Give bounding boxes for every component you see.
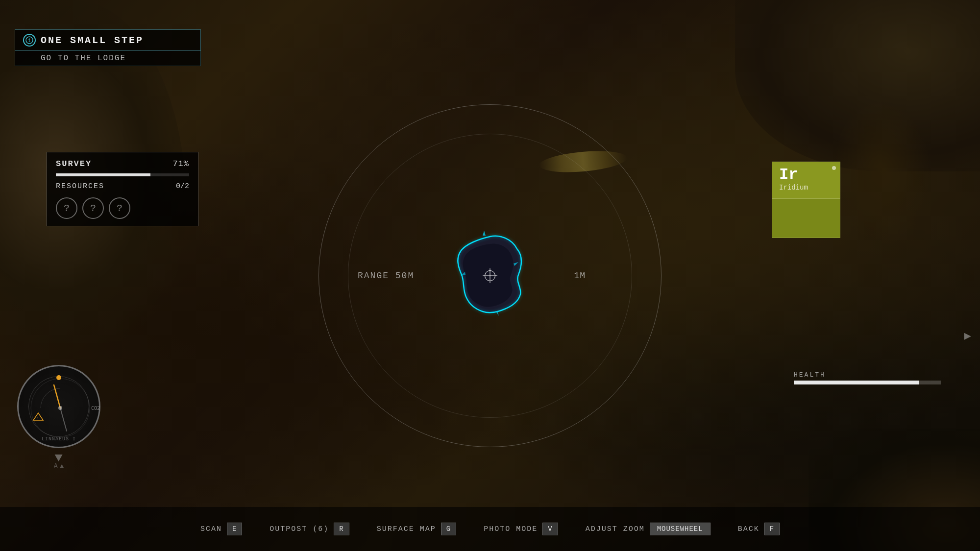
survey-panel: SURVEY 71% RESOURCES 0/2 ? ? ? bbox=[47, 152, 198, 226]
health-bar-fill bbox=[794, 381, 919, 384]
hud-photo-mode-key[interactable]: V bbox=[542, 523, 558, 535]
hud-scan: SCAN E bbox=[187, 523, 256, 535]
quest-subtitle: GO TO THE LODGE bbox=[15, 51, 201, 66]
hud-adjust-zoom-key[interactable]: MOUSEWHEEL bbox=[650, 523, 710, 535]
resource-slot-1: ? bbox=[56, 197, 77, 219]
survey-bar-fill bbox=[56, 173, 150, 176]
iridium-card: Ir Iridium bbox=[772, 162, 840, 199]
quest-header: i ONE SMALL STEP bbox=[15, 29, 201, 51]
nav-arrow-down bbox=[55, 455, 63, 461]
hud-outpost-label: OUTPOST (6) bbox=[270, 525, 329, 533]
nav-arrows: A ▲ bbox=[54, 455, 64, 470]
nav-arrow-sides: A ▲ bbox=[54, 462, 64, 470]
range-label: RANGE 50M bbox=[358, 271, 414, 281]
iridium-dot bbox=[832, 166, 836, 170]
resource-slot-3: ? bbox=[109, 197, 130, 219]
svg-line-4 bbox=[60, 408, 67, 431]
resources-row: RESOURCES 0/2 bbox=[56, 182, 189, 191]
compass-outer: CO2 ! LINNAEUS I bbox=[17, 365, 100, 448]
quest-panel: i ONE SMALL STEP GO TO THE LODGE bbox=[15, 29, 201, 66]
survey-bar-bg bbox=[56, 173, 189, 176]
side-arrow: ▶ bbox=[964, 329, 971, 343]
hud-adjust-zoom: ADJUST ZOOM MOUSEWHEEL bbox=[572, 523, 724, 535]
hud-photo-mode-label: PHOTO MODE bbox=[484, 525, 538, 533]
compass-container: CO2 ! LINNAEUS I A ▲ bbox=[15, 365, 103, 463]
nav-arrow-a: A bbox=[54, 462, 58, 470]
quest-title: ONE SMALL STEP bbox=[41, 35, 144, 46]
iridium-card-bottom bbox=[772, 199, 840, 238]
resources-label: RESOURCES bbox=[56, 182, 104, 191]
hud-outpost: OUTPOST (6) R bbox=[256, 523, 363, 535]
hud-back: BACK F bbox=[724, 523, 793, 535]
health-container: HEALTH bbox=[794, 371, 941, 384]
survey-percent: 71% bbox=[172, 159, 189, 168]
hud-photo-mode: PHOTO MODE V bbox=[470, 523, 571, 535]
bottom-hud: SCAN E OUTPOST (6) R SURFACE MAP G PHOTO… bbox=[0, 507, 980, 551]
iridium-name: Iridium bbox=[779, 184, 833, 192]
iridium-symbol: Ir bbox=[779, 167, 833, 183]
compass-label: LINNAEUS I bbox=[42, 436, 76, 442]
hud-surface-map-label: SURFACE MAP bbox=[377, 525, 436, 533]
crosshair bbox=[483, 268, 497, 283]
hud-outpost-key[interactable]: R bbox=[334, 523, 349, 535]
nav-arrow-marker: ▲ bbox=[60, 462, 64, 470]
survey-row: SURVEY 71% bbox=[56, 159, 189, 168]
quest-icon: i bbox=[23, 34, 36, 47]
terrain-mid bbox=[833, 98, 931, 245]
resources-count: 0/2 bbox=[176, 182, 189, 191]
scanner-container: RANGE 50M 1M bbox=[318, 104, 662, 447]
hud-adjust-zoom-label: ADJUST ZOOM bbox=[586, 525, 645, 533]
hud-surface-map: SURFACE MAP G bbox=[363, 523, 470, 535]
quest-subtitle-text: GO TO THE LODGE bbox=[41, 54, 126, 63]
health-label: HEALTH bbox=[794, 371, 941, 379]
svg-text:CO2: CO2 bbox=[91, 406, 100, 411]
hud-surface-map-key[interactable]: G bbox=[441, 523, 456, 535]
health-bar-bg bbox=[794, 381, 941, 384]
survey-label: SURVEY bbox=[56, 159, 92, 168]
svg-point-5 bbox=[58, 406, 62, 410]
svg-text:!: ! bbox=[37, 416, 39, 420]
hud-scan-key[interactable]: E bbox=[227, 523, 242, 535]
hud-scan-label: SCAN bbox=[200, 525, 222, 533]
crosshair-circle bbox=[485, 270, 495, 281]
range-right-label: 1M bbox=[574, 271, 586, 281]
hud-back-key[interactable]: F bbox=[764, 523, 780, 535]
resource-slot-2: ? bbox=[82, 197, 104, 219]
iridium-card-wrapper: Ir Iridium bbox=[772, 162, 840, 238]
svg-text:i: i bbox=[28, 38, 31, 43]
hud-back-label: BACK bbox=[738, 525, 760, 533]
resource-slots: ? ? ? bbox=[56, 197, 189, 219]
